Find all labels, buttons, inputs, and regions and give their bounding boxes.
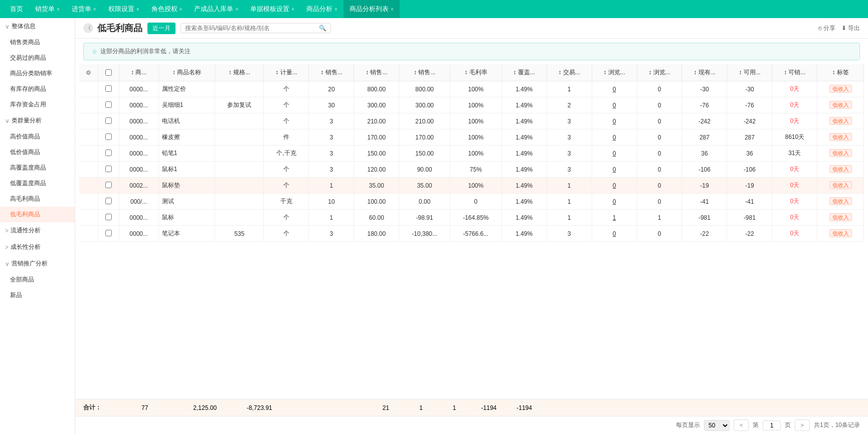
row-select-checkbox[interactable] [105,101,112,108]
row-settings [79,113,98,129]
nav-close-icon[interactable]: × [180,7,183,12]
row-select-checkbox[interactable] [105,166,112,172]
col-tag[interactable]: ↕ 标签 [817,64,864,81]
sidebar-item[interactable]: 销售类商品 [0,35,75,50]
row-checkbox[interactable] [98,210,119,226]
col-unit[interactable]: ↕ 计量... [264,64,309,81]
sidebar-item[interactable]: 低覆盖度商品 [0,176,75,191]
row-checkbox[interactable] [98,226,119,242]
row-gross-rate: 100% [450,129,501,146]
row-checkbox[interactable] [98,194,119,210]
share-button[interactable]: ⎋ 分享 [818,24,835,33]
sidebar-item[interactable]: 新品 [0,287,75,303]
col-browse2[interactable]: ↕ 浏览... [637,64,682,81]
nav-item[interactable]: 销货单× [29,0,66,18]
row-select-checkbox[interactable] [105,117,112,124]
row-checkbox[interactable] [98,162,119,178]
nav-item[interactable]: 产成品入库单× [188,0,244,18]
nav-close-icon[interactable]: × [334,7,337,12]
col-cover-rate[interactable]: ↕ 覆盖... [501,64,547,81]
nav-close-icon[interactable]: × [93,7,96,12]
select-all-checkbox[interactable] [105,69,112,76]
row-browse1[interactable]: 0 [592,97,637,113]
row-browse1[interactable]: 0 [592,81,637,97]
nav-item[interactable]: 首页 [4,0,29,18]
row-browse1[interactable]: 0 [592,162,637,178]
nav-item[interactable]: 单据模板设置× [244,0,300,18]
nav-close-icon[interactable]: × [291,7,294,12]
row-select-checkbox[interactable] [105,198,112,204]
row-select-checkbox[interactable] [105,150,112,156]
row-select-checkbox[interactable] [105,85,112,92]
row-checkbox[interactable] [98,113,119,129]
export-button[interactable]: ⬇ 导出 [841,24,860,33]
col-settings[interactable]: ⚙ [79,64,98,81]
row-browse1[interactable]: 1 [592,210,637,226]
col-gross-rate[interactable]: ↕ 毛利率 [450,64,501,81]
pagination-bar: 每页显示 50 100 200 ＜ 第 页 ＞ 共1页，10条记录 [75,416,868,434]
row-checkbox[interactable] [98,178,119,194]
next-page-button[interactable]: ＞ [795,419,810,431]
sidebar-item[interactable]: 库存资金占用 [0,97,75,112]
nav-item[interactable]: 商品分析× [300,0,343,18]
sidebar-item[interactable]: 高价值商品 [0,129,75,144]
nav-item[interactable]: 权限设置× [102,0,145,18]
nav-close-icon[interactable]: × [136,7,139,12]
row-select-checkbox[interactable] [105,214,112,220]
sidebar-collapse-btn[interactable]: 《 [83,23,93,33]
row-checkbox[interactable] [98,81,119,97]
row-browse1[interactable]: 0 [592,129,637,146]
nav-item[interactable]: 角色授权× [145,0,189,18]
col-sales-amount[interactable]: ↕ 销售... [399,64,450,81]
col-spec[interactable]: ↕ 规格... [215,64,264,81]
row-sales-price: 35.00 [354,178,399,194]
prev-page-button[interactable]: ＜ [734,419,749,431]
sidebar-item[interactable]: 商品分类助销率 [0,66,75,81]
col-trade[interactable]: ↕ 交易... [547,64,592,81]
row-select-checkbox[interactable] [105,230,112,236]
sidebar-section-header[interactable]: ∨类群量分析 [0,112,75,129]
sidebar-section-header[interactable]: >流通性分析 [0,222,75,239]
row-browse1[interactable]: 0 [592,194,637,210]
nav-close-icon[interactable]: × [391,7,394,12]
sidebar-item[interactable]: 有库存的商品 [0,81,75,97]
col-saleable[interactable]: ↕ 可销... [772,64,817,81]
sidebar-section-header[interactable]: >成长性分析 [0,239,75,255]
search-input[interactable] [185,25,317,32]
sidebar-section-header[interactable]: ∨营销推广分析 [0,255,75,272]
search-icon[interactable]: 🔍 [319,25,326,32]
row-browse1[interactable]: 0 [592,146,637,162]
row-browse1[interactable]: 0 [592,226,637,242]
row-browse1[interactable]: 0 [592,113,637,129]
col-name[interactable]: ↕ 商品名称 [158,64,215,81]
nav-item[interactable]: 进货单× [66,0,102,18]
sidebar-item[interactable]: 低价值商品 [0,144,75,160]
row-select-checkbox[interactable] [105,133,112,140]
col-current-stock[interactable]: ↕ 现有... [682,64,727,81]
sidebar-item[interactable]: 高覆盖度商品 [0,160,75,176]
sidebar-section-header[interactable]: ∨整体信息 [0,18,75,35]
row-checkbox[interactable] [98,129,119,146]
nav-close-icon[interactable]: × [235,7,238,12]
col-sales-price[interactable]: ↕ 销售... [354,64,399,81]
date-filter-button[interactable]: 近一月 [147,23,176,34]
row-checkbox[interactable] [98,146,119,162]
col-available[interactable]: ↕ 可用... [727,64,772,81]
sidebar-item[interactable]: 交易过的商品 [0,50,75,66]
row-checkbox[interactable] [98,97,119,113]
page-input[interactable] [763,420,781,430]
col-browse1[interactable]: ↕ 浏览... [592,64,637,81]
row-select-checkbox[interactable] [105,182,112,188]
section-arrow-icon: > [5,227,9,234]
footer-sales-qty: 77 [111,404,178,411]
sidebar-item[interactable]: 低毛利商品 [0,207,75,222]
col-checkbox[interactable] [98,64,119,81]
sidebar-item[interactable]: 高毛利商品 [0,191,75,207]
nav-item[interactable]: 商品分析列表× [343,0,400,18]
nav-close-icon[interactable]: × [57,7,60,12]
row-browse1[interactable]: 0 [592,178,637,194]
per-page-select[interactable]: 50 100 200 [704,420,730,431]
sidebar-item[interactable]: 全部商品 [0,272,75,287]
col-code[interactable]: ↕ 商... [119,64,158,81]
col-sales-qty[interactable]: ↕ 销售... [309,64,354,81]
